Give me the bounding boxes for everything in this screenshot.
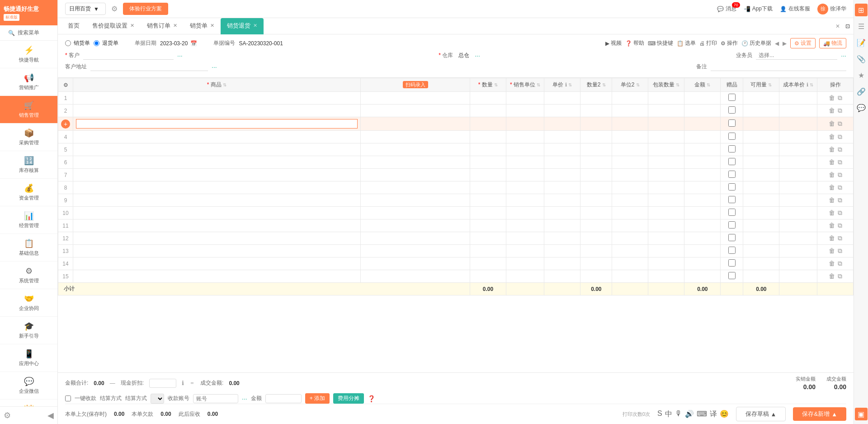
gift-checkbox[interactable] xyxy=(728,183,736,191)
tab-sales-delivery[interactable]: 销货单 ✕ xyxy=(184,18,221,34)
user-profile-btn[interactable]: 徐 徐泽华 xyxy=(817,4,846,14)
one-key-collect-checkbox[interactable] xyxy=(65,395,71,401)
copy-icon[interactable]: ⧉ xyxy=(838,260,842,267)
unit-cell[interactable] xyxy=(506,117,544,131)
add-btn[interactable]: + 添加 xyxy=(305,393,330,404)
amt-cell[interactable] xyxy=(684,92,721,105)
right-sidebar-link[interactable]: 🔗 xyxy=(855,85,868,98)
delete-icon[interactable]: 🗑 xyxy=(829,234,835,242)
th-scan[interactable]: 扫码录入 xyxy=(361,78,470,92)
app-download-btn[interactable]: 📲 App下载 xyxy=(744,5,773,13)
copy-icon[interactable]: ⧉ xyxy=(838,272,842,280)
info-icon-price[interactable]: ℹ xyxy=(565,82,567,87)
history-btn[interactable]: 🕐 历史单据 xyxy=(741,39,771,47)
amt-cell[interactable] xyxy=(684,117,721,131)
product-input-cell[interactable] xyxy=(73,117,361,131)
delete-icon[interactable]: 🗑 xyxy=(829,209,835,217)
unit2-cell[interactable] xyxy=(612,92,648,105)
right-sidebar-grid-view[interactable]: ⊞ xyxy=(855,4,868,16)
video-btn[interactable]: ▶ 视频 xyxy=(605,39,622,47)
gift-cell[interactable] xyxy=(721,105,743,117)
tab-sales-order[interactable]: 销售订单 ✕ xyxy=(141,18,184,34)
sort-pkg-icon[interactable]: ⇅ xyxy=(676,82,679,87)
payment-amount-input[interactable] xyxy=(265,394,302,403)
date-field[interactable]: 2023-03-20 📅 xyxy=(160,40,197,47)
settings-btn[interactable]: ⚙ 设置 xyxy=(790,38,816,48)
delete-icon[interactable]: 🗑 xyxy=(829,133,835,141)
copy-icon[interactable]: ⧉ xyxy=(838,171,842,179)
gift-checkbox[interactable] xyxy=(728,94,736,101)
sidebar-item-member[interactable]: 👑 畅会员 xyxy=(0,400,57,406)
sort-qty2-icon[interactable]: ⇅ xyxy=(602,82,606,87)
sort-unit-icon[interactable]: ⇅ xyxy=(537,82,540,87)
sidebar-item-wechat[interactable]: 💬 企业微信 xyxy=(0,372,57,400)
sidebar-item-quick-nav[interactable]: ⚡ 快捷导航 xyxy=(0,41,57,68)
sort-amt-icon[interactable]: ⇅ xyxy=(707,82,710,87)
gift-cell[interactable] xyxy=(721,117,743,131)
account-input[interactable] xyxy=(193,394,238,403)
addr-input[interactable] xyxy=(90,62,208,71)
sidebar-item-fund-mgmt[interactable]: 💰 资金管理 xyxy=(0,179,57,206)
nav-prev[interactable]: ◀ xyxy=(775,40,779,47)
shortcut-btn[interactable]: ⌨ 快捷键 xyxy=(648,39,673,47)
search-menu[interactable]: 🔍 搜索菜单 xyxy=(0,25,57,41)
gift-checkbox[interactable] xyxy=(728,221,736,229)
product-cell[interactable] xyxy=(73,105,361,117)
gift-checkbox[interactable] xyxy=(728,209,736,216)
expense-split-btn[interactable]: 费用分摊 xyxy=(333,393,364,404)
logistics-btn[interactable]: 🚚 物流 xyxy=(819,38,846,48)
sort-avail-icon[interactable]: ⇅ xyxy=(768,82,772,87)
right-sidebar-star[interactable]: ★ xyxy=(855,69,868,81)
gift-checkbox[interactable] xyxy=(728,158,736,165)
cost-cell[interactable] xyxy=(779,92,817,105)
sort-price-icon[interactable]: ⇅ xyxy=(568,82,572,87)
tab-price-extract-close[interactable]: ✕ xyxy=(130,23,134,29)
gift-checkbox[interactable] xyxy=(728,196,736,203)
gift-checkbox[interactable] xyxy=(728,119,736,127)
delete-icon[interactable]: 🗑 xyxy=(829,184,835,191)
info-icon-cost[interactable]: ℹ xyxy=(807,82,808,87)
copy-icon[interactable]: ⧉ xyxy=(838,158,842,166)
sidebar-item-sales-mgmt[interactable]: 🛒 销售管理 xyxy=(0,96,57,124)
experience-btn[interactable]: 体验行业方案 xyxy=(123,3,168,15)
cost-cell[interactable] xyxy=(779,117,817,131)
price-cell[interactable] xyxy=(544,105,580,117)
unit-cell[interactable] xyxy=(506,105,544,117)
settings-icon[interactable]: ⚙ xyxy=(4,410,11,420)
tab-maximize[interactable]: ⊡ xyxy=(845,23,850,29)
right-sidebar-attachment[interactable]: 📎 xyxy=(855,52,868,65)
unit2-cell[interactable] xyxy=(612,117,648,131)
save-new-btn[interactable]: 保存&新增 ▲ xyxy=(793,407,846,421)
keyboard-icon2[interactable]: ⌨ xyxy=(697,410,707,419)
radio-return-input[interactable] xyxy=(94,40,99,46)
remarks-input[interactable] xyxy=(711,62,846,71)
copy-icon[interactable]: ⧉ xyxy=(838,107,842,114)
right-sidebar-list-view[interactable]: ☰ xyxy=(855,20,868,33)
emoji-icon[interactable]: 😊 xyxy=(720,410,729,419)
unit-cell[interactable] xyxy=(506,92,544,105)
copy-icon[interactable]: ⧉ xyxy=(838,184,842,191)
radio-sales[interactable]: 销货单 xyxy=(65,39,90,47)
copy-icon[interactable]: ⧉ xyxy=(838,146,842,153)
delete-icon[interactable]: 🗑 xyxy=(829,158,835,166)
th-settings[interactable]: ⚙ xyxy=(58,78,73,92)
settings-topbar-icon[interactable]: ⚙ xyxy=(111,5,118,13)
table-settings-icon[interactable]: ⚙ xyxy=(63,82,68,88)
print-btn[interactable]: 🖨 打印 xyxy=(699,39,717,47)
copy-icon[interactable]: ⧉ xyxy=(838,222,842,229)
tab-sales-delivery-close[interactable]: ✕ xyxy=(210,23,214,29)
sidebar-item-enterprise[interactable]: 🤝 企业协同 xyxy=(0,289,57,317)
delete-icon[interactable]: 🗑 xyxy=(829,171,835,179)
translate-icon[interactable]: 译 xyxy=(710,410,717,419)
radio-return[interactable]: 退货单 xyxy=(94,39,118,47)
delete-icon[interactable]: 🗑 xyxy=(829,146,835,153)
pkg-cell[interactable] xyxy=(648,92,684,105)
tab-sales-order-close[interactable]: ✕ xyxy=(173,23,177,29)
right-sidebar-chat[interactable]: 💬 xyxy=(855,101,868,114)
sidebar-item-purchase-mgmt[interactable]: 📦 采购管理 xyxy=(0,124,57,151)
gift-cell[interactable] xyxy=(721,92,743,105)
avail-cell[interactable] xyxy=(743,105,779,117)
tab-close-all[interactable]: ✕ xyxy=(832,23,844,29)
gift-checkbox[interactable] xyxy=(728,133,736,140)
online-service-btn[interactable]: 👤 在线客服 xyxy=(780,5,810,13)
